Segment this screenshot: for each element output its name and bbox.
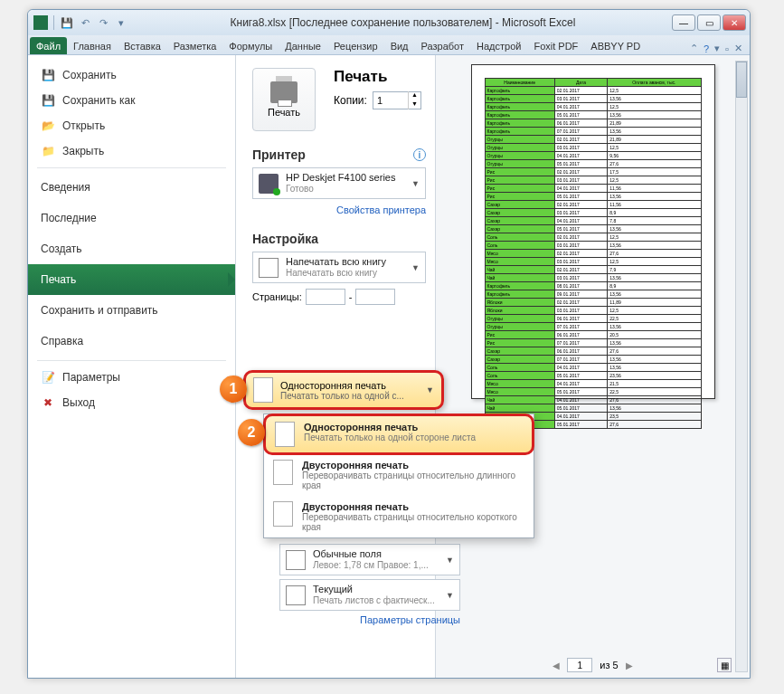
nav-recent[interactable]: Последние: [28, 203, 235, 233]
printer-device-icon: [259, 174, 279, 194]
chevron-down-icon: ▼: [426, 385, 434, 395]
prev-page-icon[interactable]: ◀: [553, 661, 560, 670]
annotation-badge-2: 2: [238, 419, 265, 446]
window-close-icon[interactable]: ✕: [734, 43, 742, 54]
option-double-short-edge[interactable]: Двусторонняя печатьПереворачивать страни…: [264, 496, 534, 537]
ribbon-minimize-icon[interactable]: ⌃: [690, 43, 698, 54]
tab-Foxit PDF[interactable]: Foxit PDF: [527, 37, 584, 54]
window-title: Книга8.xlsx [Последнее сохранение пользо…: [134, 16, 672, 29]
nav-new[interactable]: Создать: [28, 233, 235, 264]
annotation-badge-1: 1: [220, 376, 247, 403]
open-icon: 📂: [41, 119, 55, 133]
pages-to-input[interactable]: [355, 289, 395, 305]
nav-close[interactable]: 📁Закрыть: [28, 138, 235, 164]
tab-Данные[interactable]: Данные: [279, 37, 327, 54]
titlebar: 💾 ↶ ↷ ▾ Книга8.xlsx [Последнее сохранени…: [28, 10, 750, 35]
qat-redo-icon[interactable]: ↷: [96, 15, 110, 30]
qat-undo-icon[interactable]: ↶: [78, 15, 92, 30]
margins-icon: [286, 550, 306, 570]
preview-table: НаименованиеДатаОплата авансм, тыс.Карто…: [485, 78, 702, 429]
nav-info[interactable]: Сведения: [28, 172, 235, 203]
scaling-icon: [286, 585, 306, 605]
chevron-down-icon: ▼: [411, 263, 420, 272]
spin-up-icon[interactable]: ▲: [408, 91, 420, 100]
print-preview: НаименованиеДатаОплата авансм, тыс.Карто…: [435, 55, 750, 678]
tab-Разметка[interactable]: Разметка: [167, 37, 223, 54]
nav-help[interactable]: Справка: [28, 326, 235, 357]
copies-spinner[interactable]: 1 ▲▼: [373, 91, 421, 109]
page-of-label: из 5: [600, 660, 618, 670]
help-icon[interactable]: ?: [704, 43, 709, 54]
page-icon: [253, 377, 273, 403]
qat-save-icon[interactable]: 💾: [60, 15, 74, 30]
nav-options[interactable]: 📝Параметры: [28, 365, 235, 390]
app-window: 💾 ↶ ↷ ▾ Книга8.xlsx [Последнее сохранени…: [27, 9, 751, 679]
pages-label: Страницы:: [252, 291, 302, 302]
tab-Надстрой[interactable]: Надстрой: [470, 37, 527, 54]
qat-custom-icon[interactable]: ▾: [114, 15, 128, 30]
backstage-nav: 💾Сохранить 💾Сохранить как 📂Открыть 📁Закр…: [28, 55, 236, 678]
page-navigator: ◀ из 5 ▶ ▦: [436, 658, 750, 672]
workbook-icon: [259, 258, 279, 278]
close-folder-icon: 📁: [41, 144, 55, 158]
print-what-selector[interactable]: Напечатать всю книгуНапечатать всю книгу…: [252, 252, 426, 283]
minimize-button[interactable]: —: [672, 14, 695, 31]
page-icon: [273, 501, 293, 527]
options-icon: 📝: [41, 370, 55, 385]
pages-from-input[interactable]: [306, 289, 345, 305]
tab-Главная[interactable]: Главная: [67, 37, 118, 54]
maximize-button[interactable]: ▭: [697, 14, 721, 31]
saveas-icon: 💾: [41, 93, 55, 108]
tab-Формулы[interactable]: Формулы: [222, 37, 279, 54]
tab-Разработ[interactable]: Разработ: [415, 37, 470, 54]
ribbon-tabs: ФайлГлавнаяВставкаРазметкаФормулыДанныеР…: [28, 35, 750, 55]
excel-icon: [33, 15, 48, 30]
chevron-down-icon: ▼: [446, 591, 454, 600]
info-icon[interactable]: i: [413, 148, 426, 161]
scaling-selector[interactable]: ТекущийПечать листов с фактическ... ▼: [279, 579, 460, 611]
printer-section-heading: Принтер: [252, 147, 306, 162]
tab-Вставка[interactable]: Вставка: [118, 37, 167, 54]
tab-Вид[interactable]: Вид: [384, 37, 415, 54]
save-icon: 💾: [41, 68, 55, 82]
printer-selector[interactable]: HP Deskjet F4100 seriesГотово ▼: [252, 167, 426, 199]
page-setup-link[interactable]: Параметры страницы: [279, 614, 460, 625]
tab-ABBYY PD[interactable]: ABBYY PD: [584, 37, 647, 54]
printer-icon: [270, 81, 298, 103]
chevron-down-icon: ▼: [411, 179, 420, 188]
close-button[interactable]: ✕: [723, 14, 746, 31]
printer-properties-link[interactable]: Свойства принтера: [252, 204, 426, 215]
nav-print[interactable]: Печать: [28, 264, 235, 295]
exit-icon: ✖: [41, 395, 55, 410]
margins-selector[interactable]: Обычные поляЛевое: 1,78 см Правое: 1,...…: [279, 544, 460, 575]
preview-scrollbar[interactable]: [735, 61, 748, 672]
preview-page: НаименованиеДатаОплата авансм, тыс.Карто…: [471, 64, 715, 399]
spin-down-icon[interactable]: ▼: [408, 100, 420, 109]
nav-share[interactable]: Сохранить и отправить: [28, 295, 235, 326]
nav-saveas[interactable]: 💾Сохранить как: [28, 88, 235, 113]
next-page-icon[interactable]: ▶: [626, 661, 633, 670]
tab-file[interactable]: Файл: [30, 37, 67, 54]
print-button[interactable]: Печать: [252, 68, 316, 131]
nav-exit[interactable]: ✖Выход: [28, 390, 235, 415]
option-double-long-edge[interactable]: Двусторонняя печатьПереворачивать страни…: [264, 454, 534, 496]
page-number-input[interactable]: [567, 658, 592, 672]
print-sides-selector[interactable]: Односторонняя печатьПечатать только на о…: [243, 370, 444, 410]
print-heading: Печать: [334, 68, 421, 86]
print-sides-dropdown: Односторонняя печатьПечатать только на о…: [263, 414, 534, 538]
page-icon: [273, 460, 293, 485]
zoom-to-page-icon[interactable]: ▦: [717, 658, 732, 672]
ribbon-opts-icon[interactable]: ▾: [714, 43, 720, 54]
window-restore-icon[interactable]: ▫: [725, 43, 729, 54]
nav-open[interactable]: 📂Открыть: [28, 113, 235, 138]
nav-save[interactable]: 💾Сохранить: [28, 62, 235, 88]
tab-Рецензир[interactable]: Рецензир: [327, 37, 384, 54]
option-single-sided[interactable]: Односторонняя печатьПечатать только на о…: [263, 414, 534, 455]
settings-section-heading: Настройка: [252, 232, 426, 246]
chevron-down-icon: ▼: [446, 556, 454, 565]
page-icon: [275, 422, 295, 447]
copies-label: Копии:: [334, 94, 367, 107]
